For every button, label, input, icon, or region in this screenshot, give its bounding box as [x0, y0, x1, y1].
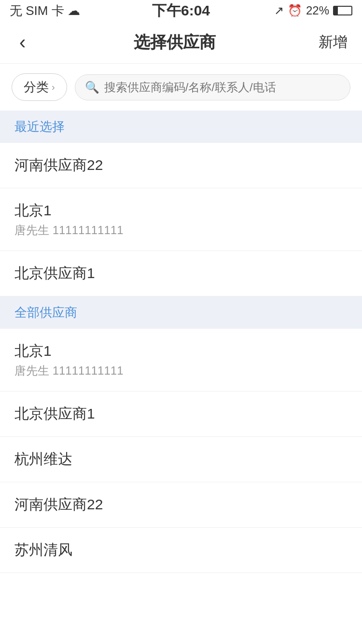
list-item[interactable]: 北京1 唐先生 11111111111: [0, 329, 362, 392]
sim-label: 无 SIM 卡 ☁: [10, 2, 80, 19]
item-name: 河南供应商22: [14, 495, 348, 515]
status-bar: 无 SIM 卡 ☁ 下午6:04 ↗ ⏰ 22%: [0, 0, 362, 21]
item-name: 杭州维达: [14, 449, 348, 469]
category-label: 分类: [24, 79, 49, 96]
recent-list: 河南供应商22 北京1 唐先生 11111111111 北京供应商1: [0, 143, 362, 296]
search-box: 🔍: [75, 74, 350, 100]
item-detail: 唐先生 11111111111: [14, 363, 348, 378]
all-section-header: 全部供应商: [0, 296, 362, 329]
add-button[interactable]: 新增: [319, 32, 348, 52]
item-name: 北京1: [14, 341, 348, 361]
list-item[interactable]: 北京供应商1: [0, 251, 362, 296]
list-item[interactable]: 杭州维达: [0, 437, 362, 482]
item-name: 北京1: [14, 201, 348, 221]
location-icon: ↗: [274, 4, 284, 17]
status-time: 下午6:04: [152, 1, 210, 21]
battery-icon: [333, 6, 352, 15]
list-item[interactable]: 河南供应商22: [0, 143, 362, 188]
status-left: 无 SIM 卡 ☁: [10, 2, 80, 19]
list-item[interactable]: 北京供应商1: [0, 392, 362, 437]
nav-bar: ‹ 选择供应商 新增: [0, 21, 362, 64]
recent-section-header: 最近选择: [0, 111, 362, 143]
list-item[interactable]: 北京1 唐先生 11111111111: [0, 188, 362, 251]
item-name: 北京供应商1: [14, 264, 348, 283]
all-list: 北京1 唐先生 11111111111 北京供应商1 杭州维达 河南供应商22 …: [0, 329, 362, 573]
back-button[interactable]: ‹: [14, 27, 30, 58]
search-icon: 🔍: [85, 81, 99, 94]
battery-label: 22%: [306, 4, 329, 17]
category-button[interactable]: 分类 ›: [12, 73, 67, 101]
item-name: 河南供应商22: [14, 155, 348, 175]
item-detail: 唐先生 11111111111: [14, 223, 348, 238]
filter-bar: 分类 › 🔍: [0, 64, 362, 111]
item-name: 苏州清风: [14, 540, 348, 560]
list-item[interactable]: 河南供应商22: [0, 482, 362, 528]
alarm-icon: ⏰: [288, 4, 302, 17]
item-name: 北京供应商1: [14, 404, 348, 424]
status-right: ↗ ⏰ 22%: [274, 4, 352, 17]
chevron-right-icon: ›: [52, 82, 55, 93]
list-item[interactable]: 苏州清风: [0, 528, 362, 573]
page-title: 选择供应商: [134, 31, 216, 54]
search-input[interactable]: [104, 81, 340, 94]
